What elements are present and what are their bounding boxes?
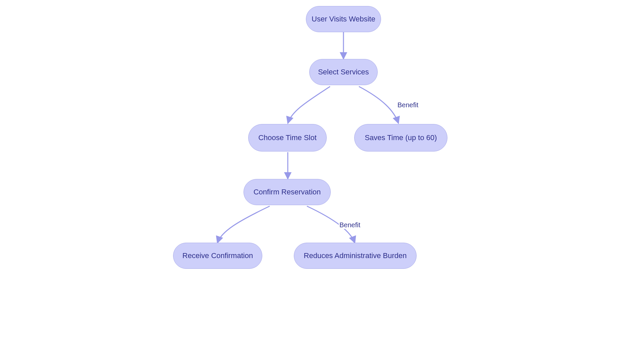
node-label: Confirm Reservation xyxy=(254,188,321,196)
edge-n2-n3 xyxy=(288,86,330,123)
node-label: User Visits Website xyxy=(312,15,375,23)
node-choose-time-slot: Choose Time Slot xyxy=(248,124,327,152)
node-saves-time: Saves Time (up to 60) xyxy=(354,124,447,152)
node-receive-confirmation: Receive Confirmation xyxy=(173,243,262,269)
node-reduces-admin-burden: Reduces Administrative Burden xyxy=(294,243,417,269)
node-label: Select Services xyxy=(318,68,369,76)
flowchart-canvas: User Visits Website Select Services Choo… xyxy=(67,0,577,287)
node-user-visits-website: User Visits Website xyxy=(306,6,381,32)
edge-n5-n6 xyxy=(217,206,270,243)
node-label: Choose Time Slot xyxy=(258,133,317,142)
edge-label-benefit-1: Benefit xyxy=(397,101,419,109)
node-label: Saves Time (up to 60) xyxy=(365,133,437,142)
node-label: Receive Confirmation xyxy=(182,251,253,260)
node-select-services: Select Services xyxy=(309,59,378,85)
node-confirm-reservation: Confirm Reservation xyxy=(244,179,331,205)
edge-label-benefit-2: Benefit xyxy=(339,221,361,229)
node-label: Reduces Administrative Burden xyxy=(304,251,407,260)
edge-n2-n4 xyxy=(359,86,398,123)
